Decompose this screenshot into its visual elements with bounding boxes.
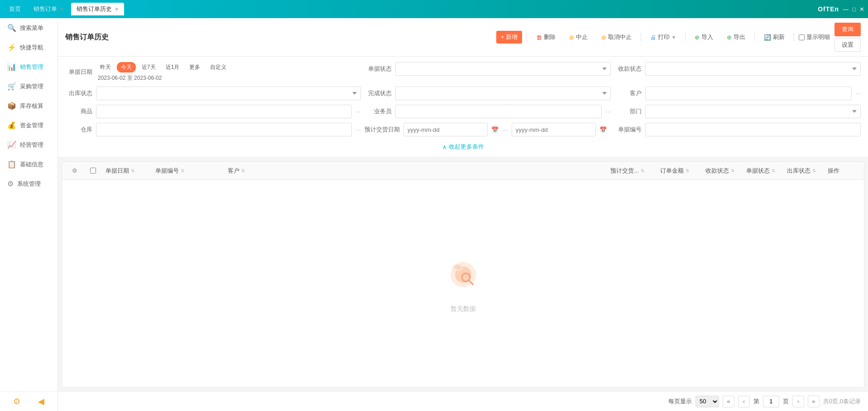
pill-custom[interactable]: 自定义 bbox=[206, 62, 230, 73]
last-page-btn[interactable]: » bbox=[808, 396, 820, 407]
export-button[interactable]: ⊕ 导出 bbox=[722, 31, 750, 44]
sidebar-item-base-info[interactable]: 📋 基础信息 bbox=[0, 155, 58, 174]
table-select-all[interactable] bbox=[84, 168, 102, 174]
settings-bottom-icon[interactable]: ⚙ bbox=[13, 396, 20, 406]
tab-home[interactable]: 首页 bbox=[4, 3, 26, 15]
delete-button[interactable]: 🗑 删除 bbox=[532, 31, 560, 44]
sidebar-item-sales[interactable]: 📊 销售管理 bbox=[0, 57, 58, 77]
col-amount[interactable]: 订单金额 ⇅ bbox=[657, 167, 702, 175]
col-amount-label: 订单金额 bbox=[660, 167, 684, 175]
sidebar-item-operations[interactable]: 📈 经营管理 bbox=[0, 135, 58, 155]
select-all-checkbox[interactable] bbox=[90, 168, 96, 174]
delivery-end-input[interactable] bbox=[512, 123, 596, 136]
collapse-icon: ∧ bbox=[442, 144, 447, 150]
dept-select[interactable] bbox=[645, 105, 861, 118]
sidebar-item-purchase[interactable]: 🛒 采购管理 bbox=[0, 77, 58, 96]
goods-input[interactable] bbox=[96, 105, 352, 118]
col-no[interactable]: 单据编号 ⇅ bbox=[152, 167, 224, 175]
svg-point-5 bbox=[454, 265, 461, 269]
print-button[interactable]: 🖨 打印 ▼ bbox=[646, 31, 681, 44]
base-info-icon: 📋 bbox=[7, 160, 16, 169]
col-pay-status[interactable]: 收款状态 ⇅ bbox=[702, 167, 743, 175]
prev-page-btn[interactable]: ‹ bbox=[738, 396, 750, 407]
refresh-button[interactable]: 🔄 刷新 bbox=[759, 31, 789, 44]
col-date[interactable]: 单据日期 ⇅ bbox=[102, 167, 152, 175]
pill-more[interactable]: 更多 bbox=[185, 62, 204, 73]
bill-status-select[interactable] bbox=[395, 62, 611, 76]
page-input[interactable] bbox=[763, 396, 779, 407]
next-page-btn[interactable]: › bbox=[792, 396, 804, 407]
col-delivery-label: 预计交货... bbox=[610, 167, 639, 175]
col-date-label: 单据日期 bbox=[106, 167, 129, 175]
delivery-start-input[interactable] bbox=[403, 123, 488, 136]
date-label: 单据日期 bbox=[65, 68, 92, 76]
system-icon: ⚙ bbox=[7, 179, 14, 188]
sidebar-item-finance[interactable]: 💰 资金管理 bbox=[0, 116, 58, 135]
sidebar-label-base-info: 基础信息 bbox=[20, 160, 43, 169]
pill-last7[interactable]: 近7天 bbox=[138, 62, 160, 73]
col-delivery[interactable]: 预计交货... ⇅ bbox=[607, 167, 657, 175]
pill-yesterday[interactable]: 昨天 bbox=[96, 62, 115, 73]
bill-no-input[interactable] bbox=[645, 123, 861, 136]
import-button[interactable]: ⊕ 导入 bbox=[690, 31, 718, 44]
sidebar-label-finance: 资金管理 bbox=[20, 121, 43, 130]
maximize-btn[interactable]: □ bbox=[852, 6, 856, 13]
divider-5 bbox=[794, 33, 794, 41]
quick-nav-icon: ⚡ bbox=[7, 43, 16, 52]
sidebar: 🔍 搜索菜单 ⚡ 快捷导航 📊 销售管理 🛒 采购管理 📦 库存核算 💰 资金管… bbox=[0, 18, 58, 411]
set-button[interactable]: 设置 bbox=[834, 38, 861, 52]
delete-icon: 🗑 bbox=[536, 34, 542, 41]
empty-text: 暂无数据 bbox=[451, 305, 476, 313]
stop-button[interactable]: ⊘ 中止 bbox=[565, 31, 592, 44]
query-button[interactable]: 查询 bbox=[834, 23, 861, 36]
collapse-sidebar-icon[interactable]: ◀ bbox=[38, 396, 44, 406]
pay-status-select[interactable] bbox=[645, 62, 861, 76]
salesperson-more-icon[interactable]: ··· bbox=[605, 108, 611, 115]
col-customer[interactable]: 客户 ⇅ bbox=[224, 167, 607, 175]
sidebar-item-system[interactable]: ⚙ 系统管理 bbox=[0, 174, 58, 193]
pill-today[interactable]: 今天 bbox=[117, 62, 136, 73]
pill-last1m[interactable]: 近1月 bbox=[162, 62, 184, 73]
sidebar-item-search-menu[interactable]: 🔍 搜索菜单 bbox=[0, 18, 58, 38]
salesperson-label: 业务员 bbox=[364, 107, 392, 116]
sidebar-bottom: ⚙ ◀ bbox=[0, 392, 58, 411]
print-label: 打印 bbox=[658, 33, 670, 41]
col-out-status[interactable]: 出库状态 ⇅ bbox=[783, 167, 824, 175]
close-sales-order-tab[interactable]: ✕ bbox=[60, 6, 64, 12]
sidebar-item-inventory[interactable]: 📦 库存核算 bbox=[0, 96, 58, 116]
export-label: 导出 bbox=[734, 33, 745, 41]
salesperson-input[interactable] bbox=[395, 105, 602, 118]
collapse-more-btn[interactable]: ∧ 收起更多条件 bbox=[65, 140, 861, 152]
delivery-cal-end-icon[interactable]: 📅 bbox=[599, 126, 607, 133]
customer-input[interactable] bbox=[645, 87, 852, 100]
col-bill-status-sort-icon: ⇅ bbox=[772, 168, 775, 173]
add-button[interactable]: + 新增 bbox=[496, 31, 522, 44]
close-window-btn[interactable]: ✕ bbox=[859, 6, 864, 13]
out-status-select[interactable] bbox=[96, 87, 361, 100]
tab-sales-order-history[interactable]: 销售订单历史 ✕ bbox=[71, 3, 124, 15]
cancel-stop-button[interactable]: ⊘ 取消中止 bbox=[597, 31, 636, 44]
purchase-icon: 🛒 bbox=[7, 82, 16, 91]
sidebar-item-quick-nav[interactable]: ⚡ 快捷导航 bbox=[0, 38, 58, 57]
col-bill-status[interactable]: 单据状态 ⇅ bbox=[743, 167, 783, 175]
customer-more-icon[interactable]: ··· bbox=[855, 90, 861, 97]
goods-more-icon[interactable]: ··· bbox=[355, 108, 361, 115]
close-history-tab[interactable]: ✕ bbox=[115, 6, 119, 12]
table-settings-icon[interactable]: ⚙ bbox=[66, 167, 84, 174]
pay-status-label: 收款状态 bbox=[614, 65, 642, 73]
first-page-btn[interactable]: « bbox=[723, 396, 734, 407]
print-arrow-icon: ▼ bbox=[671, 35, 676, 40]
stop-icon: ⊘ bbox=[569, 34, 574, 41]
minimize-btn[interactable]: — bbox=[843, 6, 849, 13]
add-label: + 新增 bbox=[501, 33, 518, 41]
show-detail-checkbox[interactable] bbox=[799, 34, 805, 40]
complete-status-select[interactable] bbox=[395, 87, 611, 100]
per-page-select[interactable]: 10 20 50 100 bbox=[695, 396, 719, 407]
delivery-cal-start-icon[interactable]: 📅 bbox=[491, 126, 499, 133]
divider-1 bbox=[527, 33, 527, 41]
show-detail-checkbox-wrap[interactable]: 显示明细 bbox=[799, 33, 830, 41]
warehouse-input[interactable] bbox=[96, 123, 352, 136]
tab-sales-order[interactable]: 销售订单 ✕ bbox=[28, 3, 69, 15]
warehouse-more-icon[interactable]: ··· bbox=[355, 126, 361, 133]
col-delivery-sort-icon: ⇅ bbox=[641, 168, 644, 173]
